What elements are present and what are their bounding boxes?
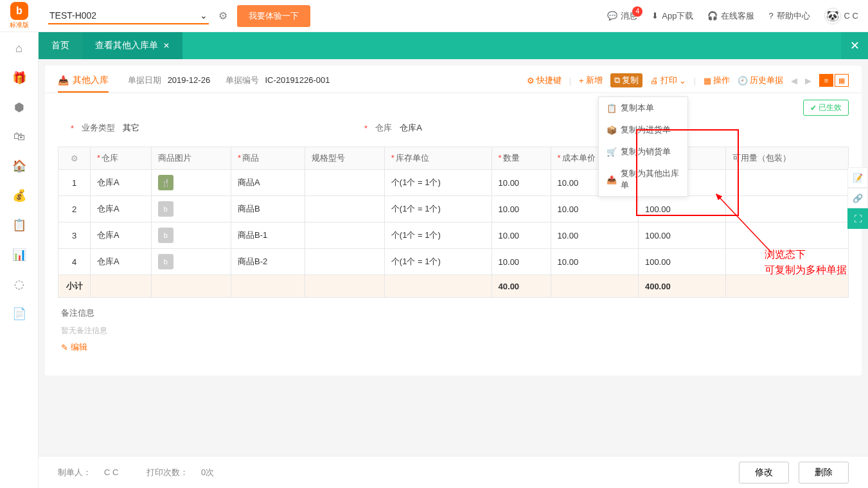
app-logo-icon: b — [10, 2, 28, 20]
biz-type-value: 其它 — [123, 122, 139, 134]
product-image-icon: 🍴 — [158, 175, 173, 190]
help-center-link[interactable]: ? 帮助中心 — [768, 10, 810, 22]
sidebar-house-icon[interactable]: ⬢ — [14, 100, 24, 114]
avatar-icon: 🐼 — [824, 8, 841, 24]
app-download-link[interactable]: ⬇ App下载 — [651, 10, 693, 22]
doc-date-value: 2019-12-26 — [168, 75, 211, 85]
table-row[interactable]: 3 仓库A b 商品B-1 个(1个 = 1个) 10.00 10.00 100… — [58, 222, 849, 249]
subtotal-row: 小计 40.00400.00 — [58, 275, 849, 298]
copy-dropdown: 📋复制本单 📦复制为进货单 🛒复制为销货单 📤复制为其他出库单 — [598, 96, 688, 197]
float-note-icon[interactable]: 📝 — [847, 167, 868, 188]
status-badge: ✔ 已生效 — [803, 100, 849, 116]
product-image-icon: b — [158, 254, 173, 269]
sidebar-new-icon[interactable]: 📄 — [12, 307, 26, 321]
sidebar-money-icon[interactable]: 💰 — [12, 188, 26, 203]
float-link-icon[interactable]: 🔗 — [847, 188, 868, 208]
modify-button[interactable]: 修改 — [739, 462, 789, 483]
warehouse-value: 仓库A — [400, 122, 422, 134]
plus-icon: + — [579, 76, 584, 86]
download-icon: ⬇ — [651, 11, 659, 21]
view-list-button[interactable]: ≡ — [819, 74, 833, 87]
operate-button[interactable]: ▦ 操作 — [704, 75, 730, 86]
trial-button[interactable]: 我要体验一下 — [237, 5, 310, 27]
sidebar-settings-icon[interactable]: ◌ — [14, 277, 24, 291]
chevron-down-icon: ⌄ — [200, 10, 208, 21]
edit-icon: ✎ — [61, 343, 68, 352]
edit-remarks-button[interactable]: ✎ 编辑 — [61, 341, 846, 353]
outbound-icon: 📤 — [607, 175, 617, 185]
online-service-link[interactable]: 🎧 在线客服 — [707, 10, 754, 22]
remarks-title: 备注信息 — [61, 307, 846, 319]
print-icon: 🖨 — [650, 76, 659, 86]
document-type-tab[interactable]: 📥 其他入库 — [58, 75, 109, 93]
col-gear[interactable]: ⚙ — [58, 147, 91, 170]
creator-info: 制单人：C C — [58, 467, 131, 477]
help-icon: ? — [768, 11, 773, 21]
tab-close-icon[interactable]: ✕ — [163, 41, 170, 50]
doc-number-value: IC-20191226-001 — [265, 75, 330, 85]
product-image-icon: b — [158, 228, 173, 243]
col-warehouse: *仓库 — [91, 147, 152, 170]
prev-button[interactable]: ◀ — [791, 76, 797, 86]
doc-date-label: 单据日期 — [128, 75, 161, 85]
tabbar-close-icon[interactable]: ✕ — [841, 32, 868, 59]
history-button[interactable]: 🕘 历史单据 — [738, 75, 783, 86]
dropdown-copy-sales[interactable]: 🛒复制为销货单 — [599, 141, 687, 163]
app-logo-label: 标准版 — [10, 21, 29, 30]
sidebar-home-icon[interactable]: ⌂ — [15, 42, 22, 55]
chevron-down-icon: ⌄ — [679, 76, 686, 86]
col-qty: *数量 — [492, 147, 551, 170]
chevron-right-icon: ▶ — [805, 76, 811, 86]
company-selector[interactable]: TEST-H002 ⌄ — [48, 8, 209, 24]
sidebar-clipboard-icon[interactable]: 📋 — [12, 218, 26, 232]
new-button[interactable]: + 新增 — [579, 75, 603, 86]
copy-button[interactable]: ⧉ 复制 — [610, 73, 642, 87]
table-row[interactable]: 1 仓库A 🍴 商品A 个(1个 = 1个) 10.00 10.00 100.0… — [58, 170, 849, 196]
view-grid-button[interactable]: ▦ — [835, 74, 849, 87]
shortcut-button[interactable]: ⚙ 快捷键 — [527, 75, 562, 86]
biz-type-label: 业务类型 — [82, 122, 115, 134]
remarks-empty: 暂无备注信息 — [61, 325, 846, 336]
table-row[interactable]: 2 仓库A b 商品B 个(1个 = 1个) 10.00 10.00 100.0… — [58, 196, 849, 222]
sidebar-warehouse-icon[interactable]: 🏠 — [12, 159, 26, 173]
sidebar-report-icon[interactable]: 📊 — [12, 248, 26, 262]
copy-icon: ⧉ — [614, 75, 620, 86]
company-name: TEST-H002 — [49, 10, 96, 21]
col-product: *商品 — [231, 147, 305, 170]
sidebar-bag-icon[interactable]: 🛍 — [13, 130, 25, 143]
col-spec: 规格型号 — [305, 147, 384, 170]
doc-number-label: 单据编号 — [226, 75, 259, 85]
messages-link[interactable]: 💬 消息 4 — [607, 10, 637, 22]
table-row[interactable]: 4 仓库A b 商品B-2 个(1个 = 1个) 10.00 10.00 100… — [58, 249, 849, 275]
dropdown-copy-this[interactable]: 📋复制本单 — [599, 97, 687, 119]
gear-icon: ⚙ — [527, 76, 535, 86]
settings-gear-icon[interactable]: ⚙ — [218, 10, 227, 22]
box-icon: 📦 — [607, 125, 617, 135]
warehouse-label: 仓库 — [375, 122, 392, 134]
tab-view-inbound[interactable]: 查看其他入库单 ✕ — [82, 32, 182, 59]
grid-icon: ▦ — [704, 76, 711, 86]
tab-home[interactable]: 首页 — [39, 32, 82, 59]
items-table: ⚙ *仓库 商品图片 *商品 规格型号 *库存单位 *数量 *成本单价 *成本金… — [58, 147, 849, 298]
cart-icon: 🛒 — [607, 147, 617, 157]
print-count-info: 打印次数：0次 — [146, 467, 227, 477]
headset-icon: 🎧 — [707, 11, 718, 21]
user-menu[interactable]: 🐼 C C — [824, 8, 858, 24]
dropdown-copy-outbound[interactable]: 📤复制为其他出库单 — [599, 163, 687, 196]
product-image-icon: b — [158, 201, 173, 217]
next-button[interactable]: ▶ — [805, 76, 811, 86]
col-unit: *库存单位 — [384, 147, 492, 170]
history-icon: 🕘 — [738, 76, 748, 86]
sidebar-gift-icon[interactable]: 🎁 — [12, 71, 26, 85]
message-icon: 💬 — [607, 11, 617, 21]
check-icon: ✔ — [810, 104, 817, 113]
message-badge: 4 — [632, 6, 642, 17]
dropdown-copy-purchase[interactable]: 📦复制为进货单 — [599, 119, 687, 141]
delete-button[interactable]: 删除 — [799, 462, 849, 483]
col-image: 商品图片 — [151, 147, 231, 170]
chevron-left-icon: ◀ — [791, 76, 797, 86]
copy-icon: 📋 — [607, 104, 617, 113]
float-expand-icon[interactable]: ⛶ — [847, 208, 868, 229]
col-available: 可用量（包装） — [726, 147, 849, 170]
print-button[interactable]: 🖨 打印 ⌄ — [650, 75, 686, 86]
